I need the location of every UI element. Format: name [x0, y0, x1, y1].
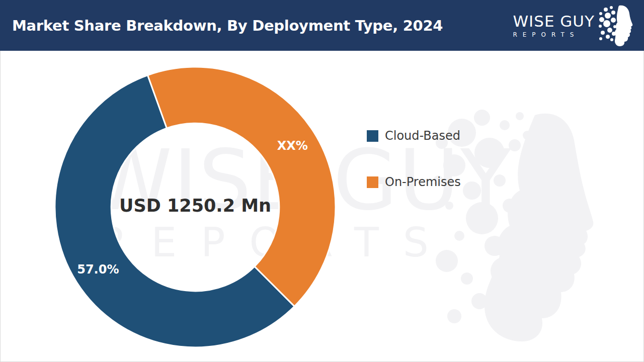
donut-slice-on-premises — [147, 67, 336, 306]
legend-swatch-on-premises — [367, 176, 378, 188]
donut-center-value: USD 1250.2 Mn — [119, 196, 271, 216]
legend-swatch-cloud-based — [367, 130, 378, 142]
chart-area: WISE GUY REPORTS 57.0%XX% USD 1250.2 Mn … — [0, 51, 644, 362]
logo-face-icon — [596, 4, 635, 48]
page-title: Market Share Breakdown, By Deployment Ty… — [12, 17, 443, 34]
legend-item-on-premises: On-Premises — [367, 174, 461, 190]
slice-percent-label-1: XX% — [277, 139, 308, 153]
slice-percent-label-0: 57.0% — [77, 262, 119, 277]
legend-label-cloud-based: Cloud-Based — [385, 128, 460, 143]
wise-guy-logo: WISE GUY REPORTS — [513, 4, 635, 48]
logo-text: WISE GUY REPORTS — [513, 13, 595, 39]
logo-subtitle: REPORTS — [513, 31, 579, 39]
header-bar: Market Share Breakdown, By Deployment Ty… — [0, 0, 644, 51]
donut-chart: 57.0%XX% — [1, 51, 643, 361]
legend-item-cloud-based: Cloud-Based — [367, 128, 461, 143]
chart-legend: Cloud-Based On-Premises — [367, 128, 461, 221]
logo-wordmark: WISE GUY — [513, 13, 595, 30]
legend-label-on-premises: On-Premises — [385, 174, 461, 190]
